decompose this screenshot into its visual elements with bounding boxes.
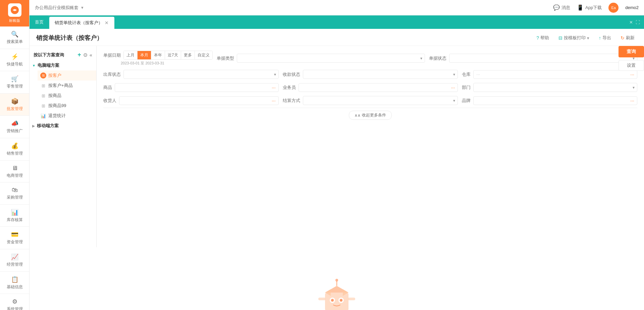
salesperson-more-btn[interactable]: ··· bbox=[451, 85, 455, 90]
doc-status-select[interactable] bbox=[449, 54, 637, 63]
date-this-month-btn[interactable]: 本月 bbox=[138, 51, 151, 59]
sidebar-item-wholesale-label: 批发管理 bbox=[7, 106, 23, 112]
export-icon: ↑ bbox=[599, 35, 601, 41]
filter-row-3: 商品 ··· 业务员 ··· bbox=[103, 83, 637, 92]
collapse-chevron-icon: ∧∧ bbox=[355, 113, 361, 118]
date-this-year-btn[interactable]: 本年 bbox=[151, 51, 165, 59]
scheme-by-goods99[interactable]: ⊞ 按商品99 bbox=[38, 101, 96, 111]
collapse-label: 收起更多条件 bbox=[362, 112, 386, 118]
inventory-icon: 📊 bbox=[11, 209, 18, 216]
page-content: 销货单统计表（按客户） ? 帮助 ⊟ 按模板打印 ▾ ↑ 导出 bbox=[30, 29, 644, 310]
scheme-return-stats[interactable]: 📊 退货统计 bbox=[38, 111, 96, 121]
top-header: 办公用品行业模拟账套 ▾ 💬 消息 📱 App下载 Ea demo2 bbox=[30, 0, 644, 15]
sidebar-item-basic-info[interactable]: 📋 基础信息 bbox=[0, 272, 29, 294]
app-download-btn[interactable]: 📱 App下载 bbox=[577, 4, 602, 11]
filter-doc-type-item: 单据类型 ▾ bbox=[217, 54, 425, 63]
sidebar-item-finance[interactable]: 💳 资金管理 bbox=[0, 227, 29, 249]
scheme-by-goods-icon: ⊞ bbox=[40, 93, 46, 99]
scheme-return-stats-icon: 📊 bbox=[40, 113, 46, 119]
query-btn[interactable]: 查询 bbox=[619, 46, 644, 57]
sidebar-item-purchase[interactable]: 🛍 采购管理 bbox=[0, 183, 29, 205]
dropdown-icon[interactable]: ▾ bbox=[81, 5, 84, 10]
help-btn[interactable]: ? 帮助 bbox=[534, 34, 552, 42]
finance-icon: 💳 bbox=[11, 231, 18, 238]
warehouse-more-btn[interactable]: ··· bbox=[630, 72, 634, 77]
sidebar-item-sales-mgmt[interactable]: 💰 销售管理 bbox=[0, 138, 29, 161]
goods-input-wrapper: ··· bbox=[115, 83, 279, 92]
brand-more-btn[interactable]: ··· bbox=[630, 98, 634, 103]
tab-home[interactable]: 首页 bbox=[30, 15, 49, 29]
settings-btn[interactable]: 设置 bbox=[619, 60, 644, 71]
refresh-icon: ↻ bbox=[621, 35, 625, 41]
collapse-btn[interactable]: ∧∧ 收起更多条件 bbox=[349, 111, 392, 120]
right-panel: 单据日期 上月 本月 本年 近7天 更多 自定义 2023 bbox=[97, 46, 644, 247]
brand-input-wrapper: ··· bbox=[473, 96, 637, 105]
date-more-btn[interactable]: 更多 bbox=[181, 51, 195, 59]
empty-state: ① 请先选择要分析的方案 ② 用过滤条件来缩小分析范围 bbox=[30, 247, 644, 310]
payment-status-select-wrapper: ▾ bbox=[303, 70, 458, 79]
sidebar-item-ecommerce[interactable]: 🖥 电商管理 bbox=[0, 161, 29, 183]
department-select[interactable] bbox=[473, 83, 637, 92]
sidebar-item-quick-nav[interactable]: ⚡ 快捷导航 bbox=[0, 49, 29, 71]
scheme-by-customer-goods[interactable]: ⊞ 按客户+商品 bbox=[38, 81, 96, 91]
payment-status-label: 收款状态 bbox=[283, 71, 300, 78]
message-btn[interactable]: 💬 消息 bbox=[553, 4, 570, 11]
warehouse-input-wrapper: ··· ··· bbox=[473, 70, 637, 79]
sidebar-item-ecommerce-label: 电商管理 bbox=[7, 173, 23, 178]
scheme-by-goods[interactable]: ⊞ 按商品 bbox=[38, 91, 96, 101]
user-avatar[interactable]: Ea bbox=[608, 3, 619, 13]
svg-rect-1 bbox=[325, 293, 348, 310]
sidebar-item-search[interactable]: 🔍 搜索菜单 bbox=[0, 27, 29, 49]
date-custom-btn[interactable]: 自定义 bbox=[195, 51, 212, 59]
operations-icon: 📈 bbox=[11, 253, 18, 261]
message-label: 消息 bbox=[561, 5, 570, 11]
scheme-by-customer[interactable]: 按 按客户 bbox=[38, 70, 96, 81]
tab-close-all-icon[interactable]: ✕ bbox=[629, 20, 633, 25]
add-scheme-btn[interactable]: + bbox=[77, 51, 81, 58]
username[interactable]: demo2 bbox=[625, 5, 639, 10]
quick-nav-icon: ⚡ bbox=[11, 53, 18, 60]
sidebar-item-retail[interactable]: 🛒 零售管理 bbox=[0, 71, 29, 94]
tree-group-mobile[interactable]: ▶ 移动端方案 bbox=[30, 121, 96, 131]
sidebar-item-system[interactable]: ⚙ 系统管理 bbox=[0, 294, 29, 310]
recipient-more-btn[interactable]: ··· bbox=[272, 98, 276, 103]
filter-payment-status-item: 收款状态 ▾ bbox=[283, 70, 458, 79]
scheme-by-goods99-label: 按商品99 bbox=[48, 103, 66, 109]
tab-maximize-icon[interactable]: ⛶ bbox=[636, 20, 640, 25]
settings-scheme-btn[interactable]: ⊙ bbox=[83, 52, 88, 58]
app-download-icon: 📱 bbox=[577, 4, 584, 11]
print-btn[interactable]: ⊟ 按模板打印 ▾ bbox=[556, 34, 592, 42]
logo-area[interactable]: 标账版 bbox=[0, 0, 29, 27]
collapse-panel-btn[interactable]: « bbox=[90, 52, 92, 58]
tree-expand-icon: ▼ bbox=[32, 64, 36, 67]
tab-close-icon[interactable]: ✕ bbox=[105, 20, 109, 25]
search-icon: 🔍 bbox=[11, 31, 18, 38]
export-btn[interactable]: ↑ 导出 bbox=[596, 34, 614, 42]
tree-group-desktop[interactable]: ▼ 电脑端方案 bbox=[30, 60, 96, 70]
filter-brand-item: 品牌 ··· bbox=[462, 96, 637, 105]
filter-settlement-item: 结算方式 ▾ bbox=[283, 96, 458, 105]
tree-group-mobile-label: 移动端方案 bbox=[37, 123, 59, 129]
scheme-return-stats-label: 退货统计 bbox=[48, 113, 66, 119]
date-last-month-btn[interactable]: 上月 bbox=[124, 51, 138, 59]
settlement-select[interactable] bbox=[303, 96, 458, 105]
filter-goods-item: 商品 ··· bbox=[103, 83, 279, 92]
doc-type-select[interactable] bbox=[237, 54, 425, 63]
goods-more-btn[interactable]: ··· bbox=[272, 85, 276, 90]
sidebar-item-wholesale[interactable]: 📦 批发管理 bbox=[0, 94, 29, 116]
scheme-by-customer-icon: 按 bbox=[40, 72, 46, 79]
out-status-select-wrapper: ▾ bbox=[123, 70, 279, 79]
sidebar-item-marketing[interactable]: 📣 营销推广 bbox=[0, 116, 29, 138]
print-dropdown-icon[interactable]: ▾ bbox=[587, 36, 589, 41]
action-buttons: 查询 设置 bbox=[619, 46, 644, 71]
refresh-btn[interactable]: ↻ 刷新 bbox=[618, 34, 637, 42]
tab-sales-summary[interactable]: 销货单统计表（按客户） ✕ bbox=[49, 17, 114, 29]
filter-date-item: 单据日期 上月 本月 本年 近7天 更多 自定义 2023 bbox=[103, 51, 213, 66]
sidebar-item-operations[interactable]: 📈 经营管理 bbox=[0, 249, 29, 272]
sidebar-item-inventory[interactable]: 📊 库存核算 bbox=[0, 205, 29, 227]
out-status-select[interactable] bbox=[123, 70, 279, 79]
sidebar-item-sales-label: 销售管理 bbox=[7, 151, 23, 156]
payment-status-select[interactable] bbox=[303, 70, 458, 79]
date-last-7-btn[interactable]: 近7天 bbox=[165, 51, 181, 59]
svg-point-8 bbox=[340, 299, 342, 302]
